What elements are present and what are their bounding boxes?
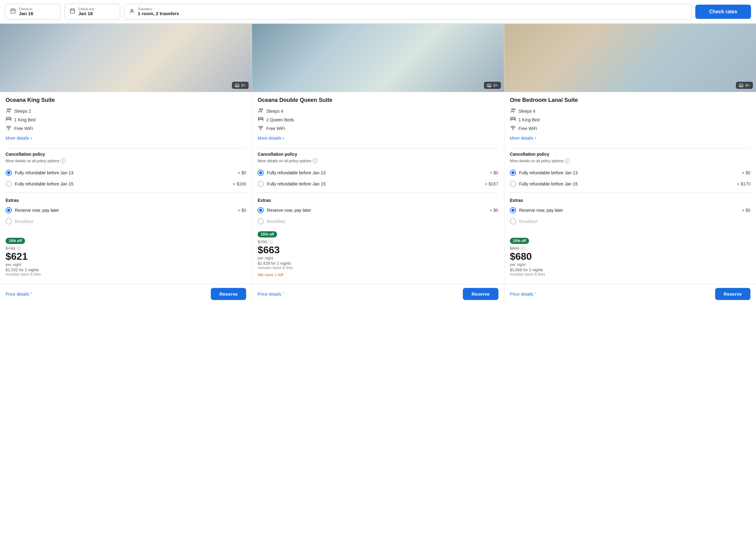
image-count-badge: 3+ [232, 82, 249, 89]
divider-2 [6, 193, 246, 193]
reserve-button[interactable]: Reserve [463, 288, 498, 300]
image-count-badge: 4+ [736, 82, 753, 89]
discount-badge: 15% off [6, 238, 25, 244]
extra-label: Breakfast [519, 219, 537, 224]
bed-icon [258, 116, 264, 123]
travelers-icon [129, 8, 135, 15]
radio-circle [6, 170, 12, 176]
sleeps-value: Sleeps 2 [14, 109, 31, 114]
reserve-button[interactable]: Reserve [715, 288, 750, 300]
policy-option-lanai-0[interactable]: Fully refundable before Jan 13 + $0 [510, 167, 750, 178]
extra-option-oceana-king-0[interactable]: Reserve now, pay later + $0 [6, 205, 246, 216]
room-features: Sleeps 2 1 King Bed Free WiFi [6, 108, 246, 131]
feature-sleeps: Sleeps 2 [6, 108, 246, 114]
extra-radio-circle [258, 218, 264, 224]
policy-option-oceana-double-0[interactable]: Fully refundable before Jan 13 + $0 [258, 167, 498, 178]
extras-title: Extras [258, 198, 498, 203]
price-details-link[interactable]: Price details ˅ [510, 292, 537, 296]
cancellation-title: Cancellation policy [6, 152, 246, 157]
extra-option-lanai-0[interactable]: Reserve now, pay later + $0 [510, 205, 750, 216]
orig-info-icon: i [521, 246, 525, 250]
extras-title: Extras [6, 198, 246, 203]
extra-radio-circle [6, 218, 12, 224]
svg-rect-4 [70, 9, 74, 13]
policy-option-oceana-king-0[interactable]: Fully refundable before Jan 13 + $0 [6, 167, 246, 178]
extras-title: Extras [510, 198, 750, 203]
price-section: 15% off $780 i $663 per night $1,629 for… [258, 227, 498, 279]
policy-label: Fully refundable before Jan 13 [519, 170, 578, 175]
total-nights: $1,668 for 2 nights [510, 268, 750, 272]
current-price: $680 [510, 251, 750, 262]
feature-wifi: Free WiFi [6, 125, 246, 131]
price-details-link[interactable]: Price details ˅ [258, 292, 285, 296]
travelers-field[interactable]: Travelers 1 room, 2 travelers [124, 4, 692, 19]
wifi-value: Free WiFi [518, 126, 537, 131]
svg-point-8 [131, 9, 133, 11]
checkin-field[interactable]: Check-in Jan 16 [5, 4, 61, 19]
room-name: Oceana Double Queen Suite [258, 97, 498, 103]
info-icon: i [60, 158, 65, 163]
feature-bed: 1 King Bed [510, 116, 750, 123]
checkout-field[interactable]: Check-out Jan 18 [64, 4, 120, 19]
checkin-calendar-icon [10, 8, 16, 15]
current-price: $663 [258, 244, 498, 256]
bed-icon [6, 116, 12, 123]
feature-bed: 1 King Bed [6, 116, 246, 123]
radio-circle [258, 181, 264, 187]
divider-1 [258, 148, 498, 149]
room-image-oceana-double[interactable]: 3+ [252, 24, 504, 92]
price-details-link[interactable]: Price details ˅ [6, 292, 33, 296]
price-section: 15% off $800 i $680 per night $1,668 for… [510, 234, 750, 279]
reserve-button[interactable]: Reserve [211, 288, 246, 300]
original-price: $780 i [258, 239, 498, 244]
extra-price: + $0 [238, 208, 246, 213]
room-image-lanai[interactable]: 4+ [504, 24, 756, 92]
more-details-link[interactable]: More details › [258, 135, 498, 141]
taxes-note: Includes taxes & fees [6, 272, 246, 276]
total-nights: $1,532 for 2 nights [6, 268, 246, 272]
chevron-down-icon: ˅ [283, 292, 285, 296]
svg-point-18 [261, 129, 261, 130]
svg-point-10 [236, 85, 237, 85]
cancellation-subtitle: More details on all policy options i [258, 158, 498, 163]
sleeps-value: Sleeps 4 [266, 109, 283, 114]
extra-option-oceana-double-0[interactable]: Reserve now, pay later + $0 [258, 205, 498, 216]
policy-option-oceana-double-1[interactable]: Fully refundable before Jan 15 + $167 [258, 178, 498, 189]
policy-price: + $0 [490, 170, 498, 175]
chevron-down-icon: ˅ [535, 292, 537, 296]
svg-point-12 [9, 109, 11, 110]
extra-label: Reserve now, pay later [15, 208, 59, 213]
divider-2 [510, 193, 750, 193]
original-price: $800 i [510, 246, 750, 251]
policy-price: + $0 [742, 170, 750, 175]
extras-section: Extras Reserve now, pay later + $0 Break… [258, 198, 498, 227]
orig-info-icon: i [268, 239, 273, 244]
policy-option-oceana-king-1[interactable]: Fully refundable before Jan 15 + $160 [6, 178, 246, 189]
cancellation-subtitle: More details on all policy options i [6, 158, 246, 163]
svg-point-17 [262, 109, 263, 110]
policy-option-lanai-1[interactable]: Fully refundable before Jan 15 + $170 [510, 178, 750, 189]
feature-bed: 2 Queen Beds [258, 116, 498, 123]
rooms-container: 3+ Oceana King Suite Sleeps 2 1 King Bed [0, 23, 756, 304]
extra-price: + $0 [490, 208, 498, 213]
image-count-label: 4+ [745, 83, 750, 88]
more-details-text: More details [6, 136, 29, 141]
radio-circle [510, 170, 516, 176]
wifi-icon [510, 125, 516, 131]
room-features: Sleeps 4 2 Queen Beds Free WiFi [258, 108, 498, 131]
policy-label: Fully refundable before Jan 13 [15, 170, 73, 175]
more-details-link[interactable]: More details › [6, 135, 246, 141]
checkin-value: Jan 16 [19, 11, 33, 16]
orig-info-icon: i [16, 246, 21, 250]
extra-option-lanai-1: Breakfast [510, 216, 750, 227]
price-section: 15% off $730 i $621 per night $1,532 for… [6, 234, 246, 279]
room-image-oceana-king[interactable]: 3+ [0, 24, 252, 92]
price-details-text: Price details [510, 292, 533, 296]
original-price: $730 i [6, 246, 246, 251]
sleeps-icon [510, 108, 516, 114]
card-body-oceana-double: Oceana Double Queen Suite Sleeps 4 2 Que… [252, 92, 504, 284]
more-details-link[interactable]: More details › [510, 135, 750, 141]
check-rates-button[interactable]: Check rates [695, 5, 751, 19]
svg-rect-0 [11, 9, 15, 13]
svg-point-16 [260, 109, 261, 110]
